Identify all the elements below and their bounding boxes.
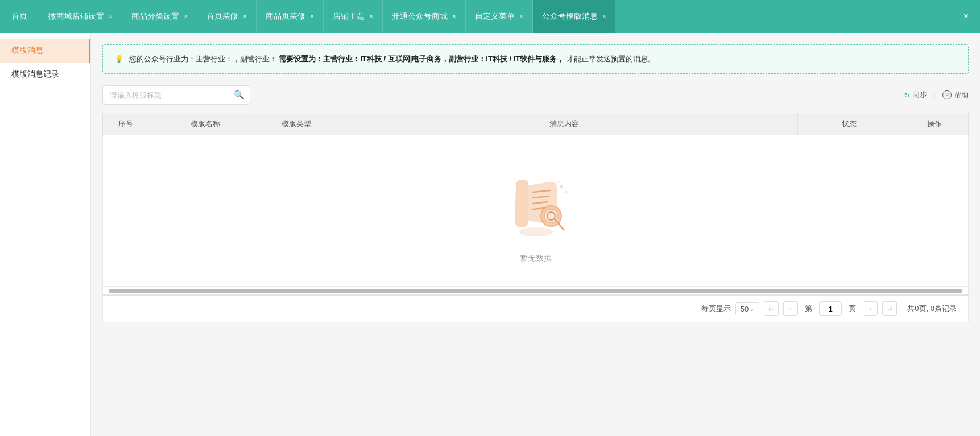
search-bar: 🔍 ↻ 同步 | ? 帮助 [102, 85, 969, 105]
search-input-wrap: 🔍 [102, 85, 250, 105]
tab-home-decor[interactable]: 首页装修 × [197, 0, 257, 33]
col-header-status: 状态 [798, 113, 900, 135]
alert-text-after: 才能正常发送预置的消息。 [567, 55, 655, 63]
tab-open-mall[interactable]: 开通公众号商城 × [383, 0, 466, 33]
tab-template-message-label: 公众号模版消息 [542, 11, 598, 22]
sidebar-item-template-message-log-label: 模版消息记录 [11, 69, 59, 78]
tab-custom-menu[interactable]: 自定义菜单 × [466, 0, 533, 33]
svg-line-7 [558, 223, 564, 230]
page-size-select[interactable]: 50 ⌄ [735, 302, 759, 315]
scrollbar-thumb[interactable] [109, 289, 962, 293]
tab-shop-settings[interactable]: 微商城店铺设置 × [39, 0, 122, 33]
top-navigation: 首页 微商城店铺设置 × 商品分类设置 × 首页装修 × 商品页装修 × 店铺主… [0, 0, 980, 33]
search-input[interactable] [102, 85, 250, 105]
tab-shop-theme-close[interactable]: × [369, 13, 373, 20]
main-layout: 模版消息 模版消息记录 💡 您的公众号行业为：主营行业：，副营行业： 需要设置为… [0, 33, 980, 436]
page-label-post: 页 [849, 304, 856, 314]
tab-category-settings-label: 商品分类设置 [131, 11, 179, 22]
bulb-icon: 💡 [114, 55, 123, 63]
sidebar-item-template-message-log[interactable]: 模版消息记录 [0, 63, 90, 86]
tab-shop-theme-label: 店铺主题 [333, 11, 365, 22]
col-header-index: 序号 [103, 113, 148, 135]
tab-shop-theme[interactable]: 店铺主题 × [324, 0, 383, 33]
empty-state-icon [499, 169, 573, 243]
tab-home-decor-label: 首页装修 [206, 11, 238, 22]
col-header-name: 模版名称 [148, 113, 262, 135]
table-header-row: 序号 模版名称 模版类型 消息内容 状态 操作 [103, 113, 969, 135]
close-all-tabs-button[interactable]: × [952, 0, 980, 33]
search-icon: 🔍 [234, 90, 245, 99]
tab-shop-settings-close[interactable]: × [109, 13, 113, 20]
sync-icon: ↻ [904, 91, 910, 99]
tab-product-decor-close[interactable]: × [310, 13, 314, 20]
search-button[interactable]: 🔍 [234, 90, 245, 100]
tab-open-mall-close[interactable]: × [452, 13, 456, 20]
tab-shop-settings-label: 微商城店铺设置 [48, 11, 104, 22]
tab-template-message[interactable]: 公众号模版消息 × [533, 0, 616, 33]
help-icon: ? [942, 90, 952, 99]
page-total: 共0页, 0条记录 [907, 304, 957, 314]
page-size-chevron: ⌄ [750, 306, 754, 312]
page-next-button[interactable]: › [863, 301, 878, 316]
svg-point-11 [565, 191, 567, 193]
close-all-icon: × [964, 11, 969, 22]
toolbar-divider: | [934, 91, 936, 99]
alert-box: 💡 您的公众号行业为：主营行业：，副营行业： 需要设置为：主营行业：IT科技 /… [102, 44, 969, 74]
help-label: 帮助 [954, 90, 969, 100]
tab-product-decor-label: 商品页装修 [266, 11, 305, 22]
page-last-button[interactable]: ⇉ [882, 301, 897, 316]
page-size-value: 50 [741, 305, 749, 313]
tab-home-decor-close[interactable]: × [243, 13, 247, 20]
sidebar-item-template-message[interactable]: 模版消息 [0, 39, 90, 63]
tab-category-settings[interactable]: 商品分类设置 × [122, 0, 197, 33]
page-current-input[interactable] [819, 301, 842, 316]
col-header-content: 消息内容 [330, 113, 798, 135]
page-prev-button[interactable]: ‹ [783, 301, 798, 316]
sync-label: 同步 [912, 90, 927, 100]
tab-home-label: 首页 [11, 11, 27, 22]
scrollbar-row[interactable] [102, 287, 969, 295]
alert-highlight: 需要设置为：主营行业：IT科技 / 互联网|电子商务，副营行业：IT科技 / I… [279, 55, 564, 63]
pagination-bar: 每页显示 50 ⌄ ⇇ ‹ 第 页 › ⇉ 共0页, 0条记录 [102, 295, 969, 322]
col-header-type: 模版类型 [262, 113, 330, 135]
sidebar-item-template-message-label: 模版消息 [11, 45, 43, 55]
toolbar-right: ↻ 同步 | ? 帮助 [904, 90, 969, 100]
help-button[interactable]: ? 帮助 [942, 90, 969, 100]
scrollbar-track[interactable] [109, 289, 962, 293]
alert-text-before: 您的公众号行业为：主营行业：，副营行业： [129, 55, 277, 63]
page-first-button[interactable]: ⇇ [764, 301, 779, 316]
content-area: 💡 您的公众号行业为：主营行业：，副营行业： 需要设置为：主营行业：IT科技 /… [91, 33, 980, 436]
tab-home[interactable]: 首页 [0, 0, 39, 33]
tab-open-mall-label: 开通公众号商城 [392, 11, 448, 22]
data-table: 序号 模版名称 模版类型 消息内容 状态 操作 [102, 113, 969, 135]
svg-point-12 [557, 181, 560, 183]
sidebar: 模版消息 模版消息记录 [0, 33, 91, 436]
col-header-action: 操作 [900, 113, 969, 135]
empty-state: 暂无数据 [102, 135, 969, 287]
svg-point-10 [560, 185, 563, 188]
tab-category-settings-close[interactable]: × [184, 13, 188, 20]
tab-custom-menu-label: 自定义菜单 [475, 11, 515, 22]
tab-template-message-close[interactable]: × [602, 13, 606, 20]
tab-product-decor[interactable]: 商品页装修 × [257, 0, 324, 33]
page-label-pre: 第 [805, 304, 812, 314]
tab-custom-menu-close[interactable]: × [519, 13, 523, 20]
svg-point-0 [519, 227, 553, 236]
page-size-label: 每页显示 [701, 304, 731, 314]
empty-state-text: 暂无数据 [520, 254, 552, 264]
sync-button[interactable]: ↻ 同步 [904, 90, 927, 100]
